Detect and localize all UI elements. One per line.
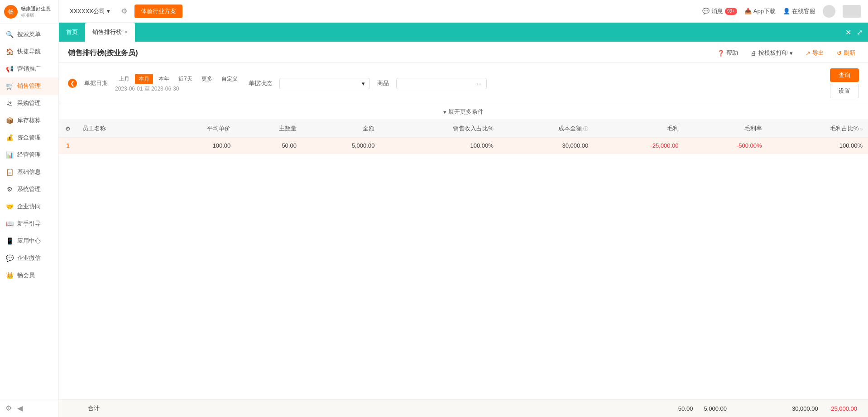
sidebar-item-search[interactable]: 🔍 搜索菜单 (0, 26, 58, 43)
sidebar-item-appstore[interactable]: 📱 应用中心 (0, 232, 58, 249)
app-name: 畅康通好生意 (21, 5, 51, 12)
download-icon: 📥 (744, 8, 752, 14)
system-icon: ⚙ (5, 185, 14, 193)
cost-info-icon[interactable]: ⓘ (583, 126, 588, 131)
sidebar-item-guide[interactable]: 📖 新手引导 (0, 215, 58, 232)
company-selector[interactable]: XXXXXX公司 ▾ (66, 5, 114, 17)
date-tabs: 上月 本月 本年 近7天 更多 自定义 (115, 74, 241, 84)
cell-name (77, 138, 157, 154)
footer-amount: 5,000.00 (698, 405, 732, 412)
tab-close-icon[interactable]: × (125, 29, 128, 35)
tab-home[interactable]: 首页 (59, 23, 85, 42)
sales-icon: 🛒 (5, 82, 14, 90)
date-tab-more[interactable]: 更多 (198, 74, 216, 84)
expand-icon: ▾ (443, 109, 446, 115)
help-icon: ❓ (717, 50, 724, 57)
purchase-icon: 🛍 (5, 99, 14, 107)
sidebar-item-system[interactable]: ⚙ 系统管理 (0, 181, 58, 198)
col-gross-rate: 毛利率 (684, 120, 767, 138)
sidebar-item-label: 资金管理 (17, 134, 41, 142)
export-label: 导出 (812, 49, 824, 57)
cell-avg-price: 100.00 (157, 138, 236, 154)
gross-pct-sup: s (860, 126, 863, 131)
data-table: ⚙ 员工名称 平均单价 主数量 (59, 120, 868, 154)
sidebar-item-marketing[interactable]: 📢 营销推广 (0, 60, 58, 77)
online-service-btn[interactable]: 👤 在线客服 (783, 7, 815, 15)
sidebar-item-member[interactable]: 👑 畅会员 (0, 267, 58, 284)
goods-input[interactable]: ··· (396, 78, 487, 89)
trial-button[interactable]: 体验行业方案 (134, 5, 182, 18)
sidebar: 畅 畅康通好生意 标准版 🔍 搜索菜单 🏠 快捷导航 📢 营销推广 🛒 销售管理… (0, 0, 59, 417)
app-download-btn[interactable]: 📥 App下载 (744, 7, 776, 15)
avatar[interactable] (823, 5, 835, 18)
header-right: 💬 消息 99+ 📥 App下载 👤 在线客服 (702, 5, 861, 18)
chevron-down-icon: ▾ (107, 8, 110, 14)
sidebar-item-finance[interactable]: 💰 资金管理 (0, 129, 58, 146)
footer-total-label: 合计 (82, 404, 105, 412)
goods-filter-label: 商品 (377, 79, 389, 87)
marketing-icon: 📢 (5, 65, 14, 73)
appstore-icon: 📱 (5, 237, 14, 245)
table-header-row: ⚙ 员工名称 平均单价 主数量 (59, 120, 868, 138)
tab-minimize-icon[interactable]: ✕ (844, 26, 853, 38)
tab-sales-label: 销售排行榜 (92, 28, 122, 36)
tab-expand-icon[interactable]: ⤢ (855, 26, 864, 38)
refresh-btn[interactable]: ↺ 刷新 (833, 47, 859, 59)
service-icon: 👤 (783, 8, 790, 14)
query-button[interactable]: 查询 (830, 68, 859, 82)
date-tab-this-year[interactable]: 本年 (155, 74, 173, 84)
page-actions: ❓ 帮助 🖨 按模板打印 ▾ ↗ 导出 ↺ 刷新 (714, 47, 859, 59)
date-tab-this-month[interactable]: 本月 (135, 74, 153, 84)
sidebar-item-label: 畅会员 (17, 271, 35, 279)
date-filter-label: 单据日期 (84, 79, 108, 87)
sidebar-item-shortcut[interactable]: 🏠 快捷导航 (0, 43, 58, 60)
date-tab-custom[interactable]: 自定义 (218, 74, 241, 84)
tab-bar: 首页 销售排行榜 × ✕ ⤢ (59, 23, 868, 42)
collapse-icon[interactable]: ◀ (17, 404, 23, 412)
sidebar-item-sales[interactable]: 🛒 销售管理 (0, 77, 58, 95)
table-settings-icon[interactable]: ⚙ (65, 125, 71, 132)
print-btn[interactable]: 🖨 按模板打印 ▾ (747, 47, 796, 59)
action-buttons: 查询 设置 (830, 68, 859, 98)
sidebar-item-label: 基础信息 (17, 168, 41, 176)
tab-home-label: 首页 (66, 28, 78, 36)
page-content: 销售排行榜(按业务员) ❓ 帮助 🖨 按模板打印 ▾ ↗ 导出 (59, 42, 868, 417)
sidebar-item-operation[interactable]: 📊 经营管理 (0, 146, 58, 163)
sidebar-item-label: 营销推广 (17, 65, 41, 73)
export-icon: ↗ (806, 50, 810, 57)
settings-button[interactable]: 设置 (830, 84, 859, 98)
date-tab-7days[interactable]: 近7天 (175, 74, 196, 84)
sidebar-item-inventory[interactable]: 📦 库存核算 (0, 112, 58, 129)
tab-sales-ranking[interactable]: 销售排行榜 × (85, 23, 135, 42)
export-btn[interactable]: ↗ 导出 (802, 47, 828, 59)
sidebar-item-purchase[interactable]: 🛍 采购管理 (0, 95, 58, 112)
sidebar-nav: 🔍 搜索菜单 🏠 快捷导航 📢 营销推广 🛒 销售管理 🛍 采购管理 📦 库存核… (0, 24, 58, 399)
top-header: XXXXXX公司 ▾ ⚙ 体验行业方案 💬 消息 99+ 📥 App下载 👤 在… (59, 0, 868, 23)
sidebar-item-basic[interactable]: 📋 基础信息 (0, 163, 58, 181)
cell-gross-rate: -500.00% (684, 138, 767, 154)
footer-gross: -25,000.00 (824, 405, 863, 412)
sidebar-item-label: 采购管理 (17, 99, 41, 107)
message-btn[interactable]: 💬 消息 99+ (702, 7, 737, 15)
collapse-arrow-btn[interactable]: ❮ (68, 79, 77, 88)
expand-row: ▾ 展开更多条件 (59, 104, 868, 120)
help-btn[interactable]: ❓ 帮助 (714, 47, 742, 59)
goods-more-icon[interactable]: ··· (477, 80, 482, 87)
page-header: 销售排行榜(按业务员) ❓ 帮助 🖨 按模板打印 ▾ ↗ 导出 (59, 42, 868, 63)
sidebar-item-wechat[interactable]: 💬 企业微信 (0, 249, 58, 267)
sidebar-item-label: 企业协同 (17, 202, 41, 211)
sidebar-logo: 畅 畅康通好生意 标准版 (0, 0, 58, 24)
date-tab-last-month[interactable]: 上月 (115, 74, 133, 84)
cell-main-qty: 50.00 (236, 138, 302, 154)
status-select[interactable]: ▾ (279, 78, 370, 89)
sidebar-bottom: ⚙ ◀ (0, 399, 58, 417)
col-gross-pct: 毛利占比% s (767, 120, 868, 138)
settings-bottom-icon[interactable]: ⚙ (5, 404, 12, 412)
refresh-icon: ↺ (837, 50, 842, 57)
operation-icon: 📊 (5, 151, 14, 159)
sidebar-item-label: 企业微信 (17, 254, 41, 262)
expand-conditions-btn[interactable]: ▾ 展开更多条件 (443, 108, 484, 116)
col-settings[interactable]: ⚙ (59, 120, 77, 138)
gear-button[interactable]: ⚙ (119, 5, 129, 17)
sidebar-item-enterprise[interactable]: 🤝 企业协同 (0, 198, 58, 215)
